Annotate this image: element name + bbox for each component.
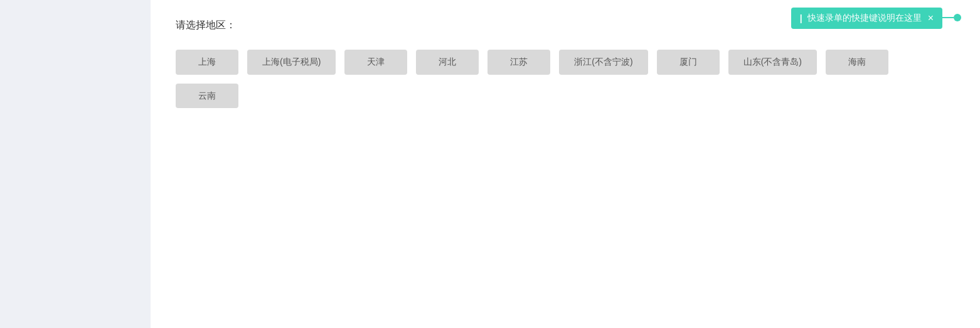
region-button-xiamen[interactable]: 厦门	[657, 50, 720, 75]
tooltip-banner: 快速录单的快捷键说明在这里 ×	[791, 8, 942, 29]
tooltip-line	[941, 17, 954, 18]
region-button-shandong[interactable]: 山东(不含青岛)	[728, 50, 817, 75]
tooltip-dot	[954, 14, 961, 21]
region-grid: 上海上海(电子税局)天津河北江苏浙江(不含宁波)厦门山东(不含青岛)海南云南	[176, 50, 955, 108]
tooltip-text: 快速录单的快捷键说明在这里	[807, 13, 922, 24]
region-button-hainan[interactable]: 海南	[826, 50, 888, 75]
region-button-shanghai[interactable]: 上海	[176, 50, 238, 75]
sidebar	[0, 0, 151, 328]
region-button-jiangsu[interactable]: 江苏	[487, 50, 550, 75]
region-button-zhejiang[interactable]: 浙江(不含宁波)	[559, 50, 647, 75]
region-button-hebei[interactable]: 河北	[416, 50, 479, 75]
region-button-shanghai-etax[interactable]: 上海(电子税局)	[247, 50, 336, 75]
region-button-tianjin[interactable]: 天津	[344, 50, 407, 75]
tooltip-close-button[interactable]: ×	[928, 13, 934, 23]
main-content: 请选择地区： 上海上海(电子税局)天津河北江苏浙江(不含宁波)厦门山东(不含青岛…	[151, 0, 980, 328]
region-button-yunnan[interactable]: 云南	[176, 84, 238, 109]
